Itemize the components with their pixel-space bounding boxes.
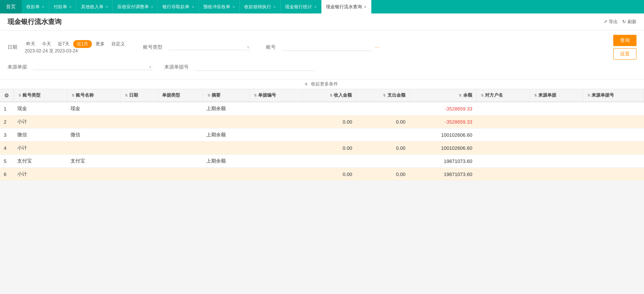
cell-summary [203, 142, 249, 155]
col-account-name: ⇅ 账号名称 [67, 89, 120, 102]
close-icon[interactable]: × [69, 5, 72, 9]
chevron-up-icon: ∧ [305, 81, 308, 87]
nav-tab-bank-deposit[interactable]: 银行存取款单 × [158, 0, 199, 13]
close-icon[interactable]: × [273, 5, 276, 9]
nav-tab-prepay-offset[interactable]: 预收冲应收单 × [199, 0, 240, 13]
collapse-bar[interactable]: ∧ 收起更多条件 [0, 79, 644, 89]
cell-doc-type [158, 128, 203, 142]
export-icon: ↗ [603, 19, 607, 24]
source-doc-no-label: 来源单据号 [164, 64, 189, 70]
table-row: 3 微信 微信 上期余额 100102606.60 [0, 128, 644, 142]
close-icon[interactable]: × [314, 5, 317, 9]
sort-icon[interactable]: ⇅ [207, 94, 210, 97]
export-button[interactable]: ↗ 导出 [603, 19, 618, 25]
source-doc-filter-pair: 来源单据 ∨ [8, 64, 153, 70]
cell-source-doc [529, 155, 582, 168]
source-doc-select[interactable]: ∨ [33, 64, 153, 70]
col-counterpart: ⇅ 对方户名 [476, 89, 529, 102]
date-label: 日期 [8, 44, 17, 51]
nav-tab-payment[interactable]: 付款单 × [49, 0, 77, 13]
cell-expense: 0.00 [356, 115, 409, 128]
nav-tab-cash-bank-flow[interactable]: 现金银行流水查询 × [321, 0, 371, 13]
nav-tab-ar-ap-adjust[interactable]: 应收应付调整单 × [113, 0, 158, 13]
cell-counterpart [476, 155, 529, 168]
cell-account-name [67, 115, 120, 128]
account-type-filter-group: 账号类型 ∨ [143, 44, 251, 51]
date-more-btn[interactable]: 更多 [93, 40, 108, 48]
cell-source-doc-no [583, 168, 644, 181]
cell-account-type: 支付宝 [14, 155, 67, 168]
account-no-input[interactable] [282, 43, 372, 51]
source-doc-no-input[interactable] [195, 63, 315, 71]
more-options-icon[interactable]: ··· [375, 44, 379, 50]
home-button[interactable]: 首页 [0, 0, 22, 13]
account-type-label: 账号类型 [143, 44, 162, 51]
cell-income [303, 155, 356, 168]
close-icon[interactable]: × [192, 5, 194, 9]
cell-doc-type [158, 155, 203, 168]
sort-icon[interactable]: ⇅ [534, 94, 537, 97]
cell-summary [203, 115, 249, 128]
close-icon[interactable]: × [364, 5, 366, 9]
cell-doc-no [249, 102, 303, 115]
data-table: ⚙ ⇅ 账号类型 ⇅ 账号名称 ⇅ 日期 单据类型 ⇅ [0, 89, 644, 181]
cell-expense: 0.00 [356, 142, 409, 155]
date-yesterday-btn[interactable]: 昨天 [23, 40, 38, 48]
sort-icon[interactable]: ⇅ [254, 94, 257, 97]
cell-balance: 100102606.60 [409, 142, 476, 155]
sort-icon[interactable]: ⇅ [383, 94, 386, 97]
nav-tab-receipt[interactable]: 收款单 × [22, 0, 49, 13]
cell-index: 1 [0, 102, 14, 115]
sort-icon[interactable]: ⇅ [72, 94, 75, 97]
cell-expense [356, 155, 409, 168]
cell-date [120, 155, 158, 168]
close-icon[interactable]: × [151, 5, 153, 9]
sort-icon[interactable]: ⇅ [330, 94, 333, 97]
cell-index: 4 [0, 142, 14, 155]
account-no-filter-group: 账号 ··· [266, 43, 383, 51]
refresh-button[interactable]: ↻ 刷新 [622, 19, 636, 25]
cell-expense: 0.00 [356, 168, 409, 181]
cell-account-type: 小计 [14, 115, 67, 128]
settings-button[interactable]: 设置 [613, 48, 636, 60]
date-1month-btn[interactable]: 近1月 [73, 40, 92, 48]
date-7days-btn[interactable]: 近7天 [55, 40, 72, 48]
sort-icon[interactable]: ⇅ [481, 94, 484, 97]
cell-expense [356, 128, 409, 142]
date-range-display: 2023-02-24 至 2023-03-24 [25, 48, 78, 54]
nav-tab-cash-bank-stats[interactable]: 现金银行统计 × [281, 0, 321, 13]
cell-doc-no [249, 168, 303, 181]
nav-tab-receipt-verify[interactable]: 收款核销执行 × [240, 0, 281, 13]
cell-source-doc [529, 142, 582, 155]
cell-account-name: 支付宝 [67, 155, 120, 168]
col-source-doc-no: ⇅ 来源单据号 [583, 89, 644, 102]
close-icon[interactable]: × [42, 5, 44, 9]
source-doc-no-filter-pair: 来源单据号 [164, 63, 315, 71]
gear-icon: ⚙ [4, 93, 9, 98]
nav-tab-other-income[interactable]: 其他收入单 × [77, 0, 113, 13]
cell-counterpart [476, 142, 529, 155]
table-body: 1 现金 现金 上期余额 -3528659.33 2 小计 0.00 0.00 … [0, 102, 644, 181]
close-icon[interactable]: × [233, 5, 235, 9]
cell-date [120, 115, 158, 128]
top-navigation: 首页 收款单 × 付款单 × 其他收入单 × 应收应付调整单 × 银行存取款单 … [0, 0, 644, 13]
cell-source-doc [529, 115, 582, 128]
sort-icon[interactable]: ⇅ [125, 94, 128, 97]
sort-icon[interactable]: ⇅ [459, 94, 462, 97]
account-type-select[interactable]: ∨ [168, 44, 251, 50]
close-icon[interactable]: × [106, 5, 108, 9]
sort-icon[interactable]: ⇅ [18, 94, 21, 97]
table-header-row: ⚙ ⇅ 账号类型 ⇅ 账号名称 ⇅ 日期 单据类型 ⇅ [0, 89, 644, 102]
cell-summary: 上期余额 [203, 128, 249, 142]
sort-icon[interactable]: ⇅ [587, 94, 590, 97]
cell-source-doc-no [583, 128, 644, 142]
query-button[interactable]: 查询 [613, 35, 636, 46]
col-doc-type: 单据类型 [158, 89, 203, 102]
col-account-type: ⇅ 账号类型 [14, 89, 67, 102]
date-today-btn[interactable]: 今天 [39, 40, 54, 48]
cell-index: 2 [0, 115, 14, 128]
date-custom-btn[interactable]: 自定义 [108, 40, 128, 48]
cell-counterpart [476, 168, 529, 181]
table-settings-col[interactable]: ⚙ [0, 89, 14, 102]
cell-income [303, 128, 356, 142]
